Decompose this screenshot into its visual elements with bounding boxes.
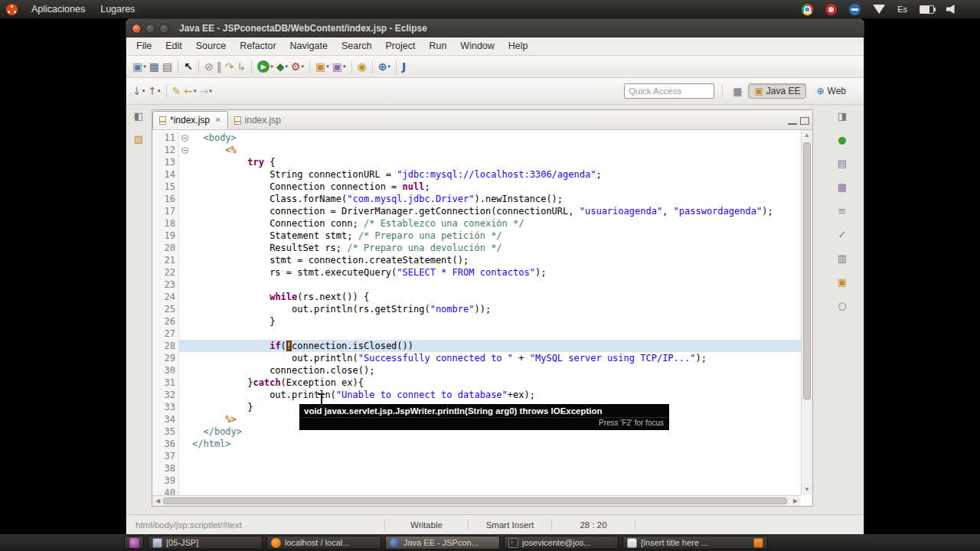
menu-window[interactable]: Window	[453, 37, 501, 55]
close-window-button[interactable]	[132, 24, 142, 34]
menu-project[interactable]: Project	[379, 37, 423, 55]
code-line-23[interactable]: 23	[152, 279, 801, 291]
title-bar[interactable]: Java EE - JSPconectaDB/WebContent/index.…	[126, 19, 864, 37]
debug-button[interactable]: ◆▾	[275, 58, 289, 75]
screen-record-indicator[interactable]	[825, 4, 837, 15]
vertical-scrollbar-thumb[interactable]	[803, 142, 811, 399]
scroll-up-icon[interactable]: ▲	[802, 130, 812, 141]
tab-index-jsp[interactable]: index.jsp	[228, 111, 287, 129]
code-line-29[interactable]: 29 out.println("Successfully connected t…	[152, 352, 801, 364]
console-view-button[interactable]: ▣	[836, 274, 848, 291]
scroll-down-icon[interactable]: ▼	[802, 484, 812, 495]
code-line-16[interactable]: 16 Class.forName("com.mysql.jdbc.Driver"…	[152, 193, 801, 205]
step-return-button[interactable]: ↳	[235, 58, 247, 75]
taskbar-window-terminal[interactable]: josevicente@jos...	[504, 536, 619, 549]
minimize-window-button[interactable]	[145, 24, 155, 34]
code-line-19[interactable]: 19 Statement stmt; /* Preparo una petici…	[152, 230, 801, 242]
taskbar-window-editor[interactable]: [Insert title here ...	[622, 536, 768, 549]
panel-menu-aplicaciones[interactable]: Aplicaciones	[24, 0, 93, 18]
menu-search[interactable]: Search	[335, 37, 379, 55]
app-indicator[interactable]	[849, 4, 861, 15]
menu-file[interactable]: File	[129, 37, 158, 55]
code-line-39[interactable]: 39	[152, 474, 801, 487]
restore-left-panel-button[interactable]: ◧	[132, 108, 145, 125]
code-line-20[interactable]: 20 ResultSet rs; /* Preparo una devoluci…	[152, 242, 801, 254]
code-line-26[interactable]: 26 }	[152, 315, 801, 328]
scroll-left-icon[interactable]: ◀	[152, 496, 163, 507]
taskbar-window-eclipse[interactable]: Java EE - JSPcon...	[385, 536, 500, 549]
properties-view-button[interactable]: ▥	[836, 250, 848, 267]
code-line-27[interactable]: 27	[152, 328, 801, 340]
horizontal-scrollbar[interactable]: ◀ ▶	[152, 495, 801, 506]
menu-help[interactable]: Help	[501, 37, 535, 55]
code-line-24[interactable]: 24 while(rs.next()) {	[152, 291, 801, 303]
datasource-view-button[interactable]: ▤	[836, 155, 848, 172]
code-line-25[interactable]: 25 out.println(rs.getString("nombre"));	[152, 303, 801, 315]
perspective-java-ee[interactable]: ▣Java EE	[748, 83, 806, 99]
previous-annotation-button[interactable]: ↑▾	[146, 83, 162, 99]
close-tab-icon[interactable]: ✕	[215, 116, 221, 124]
code-line-14[interactable]: 14 String connectionURL = "jdbc:mysql://…	[152, 168, 801, 181]
network-indicator[interactable]	[873, 5, 885, 14]
select-tool-button[interactable]: ↖	[182, 58, 194, 75]
maximize-editor-icon[interactable]	[800, 117, 809, 125]
panel-menu-lugares[interactable]: Lugares	[93, 0, 142, 18]
java-ee-wizard-button[interactable]: J	[400, 58, 407, 75]
menu-refactor[interactable]: Refactor	[233, 37, 283, 55]
code-line-37[interactable]: 37	[152, 450, 801, 462]
menu-run[interactable]: Run	[422, 37, 453, 55]
tasks-view-button[interactable]: ✓	[837, 227, 848, 243]
fold-collapse-icon[interactable]: −	[179, 144, 191, 156]
web-browser-button[interactable]: ⊕▾	[377, 58, 392, 75]
code-line-28[interactable]: 28 if(!connection.isClosed())	[152, 340, 801, 352]
minimize-editor-icon[interactable]	[788, 117, 797, 125]
run-button[interactable]: ▶▾	[256, 58, 275, 75]
next-annotation-button[interactable]: ↓▾	[131, 83, 146, 99]
step-over-button[interactable]: ↷	[224, 58, 236, 75]
forward-button[interactable]: →▾	[198, 83, 213, 99]
code-area[interactable]: 11− <body>12− <%13 try {14 String connec…	[152, 130, 801, 495]
suspend-button[interactable]: ‖	[215, 58, 224, 75]
new-ejb-wizard-button[interactable]: ▣▾	[331, 58, 348, 75]
code-line-17[interactable]: 17 connection = DriverManager.getConnect…	[152, 205, 801, 217]
external-tools-button[interactable]: ⚙▾	[289, 58, 305, 75]
print-button[interactable]: ▤	[161, 58, 174, 75]
taskbar-window-browser[interactable]: localhost / local...	[266, 536, 381, 549]
fold-collapse-icon[interactable]: −	[179, 132, 191, 144]
vertical-scrollbar[interactable]: ▲ ▼	[801, 130, 812, 495]
code-line-21[interactable]: 21 stmt = connection.createStatement();	[152, 254, 801, 266]
snippets-view-button[interactable]: ▦	[836, 179, 848, 196]
restore-right-panel-button[interactable]: ◨	[836, 108, 848, 125]
taskbar-launcher[interactable]	[124, 536, 144, 549]
menu-source[interactable]: Source	[189, 37, 234, 55]
scroll-right-icon[interactable]: ▶	[790, 496, 801, 507]
servers-view-button[interactable]: ●	[836, 132, 848, 148]
volume-indicator[interactable]	[946, 5, 957, 14]
code-line-15[interactable]: 15 Connection connection = null;	[152, 181, 801, 193]
taskbar-window-files[interactable]: [05-JSP]	[148, 536, 263, 549]
search-button[interactable]: ◉	[356, 58, 368, 75]
code-line-31[interactable]: 31 }catch(Exception ex){	[152, 377, 801, 389]
code-line-12[interactable]: 12− <%	[152, 144, 801, 156]
save-button[interactable]: ▦	[148, 58, 161, 75]
last-edit-location-button[interactable]: ✎	[171, 83, 183, 99]
perspective-web[interactable]: ⊕Web	[811, 84, 851, 98]
ubuntu-logo-icon[interactable]	[6, 4, 18, 15]
back-button[interactable]: ←▾	[182, 83, 198, 99]
keyboard-layout-indicator[interactable]: Es	[897, 5, 907, 14]
code-line-11[interactable]: 11− <body>	[152, 132, 801, 144]
battery-indicator[interactable]	[920, 5, 934, 14]
new-wizard-button[interactable]: ▣▾	[131, 58, 148, 75]
chrome-indicator[interactable]	[802, 4, 813, 15]
code-line-18[interactable]: 18 Connection conn; /* Establezco una co…	[152, 217, 801, 230]
code-line-36[interactable]: 36</html>	[152, 438, 801, 450]
code-line-40[interactable]: 40	[152, 487, 801, 495]
code-line-13[interactable]: 13 try {	[152, 156, 801, 168]
menu-edit[interactable]: Edit	[158, 37, 189, 55]
code-line-32[interactable]: 32 out.println("Unable to connect to dat…	[152, 389, 801, 401]
code-line-22[interactable]: 22 rs = stmt.executeQuery("SELECT * FROM…	[152, 266, 801, 279]
code-line-38[interactable]: 38	[152, 462, 801, 474]
outline-view-button[interactable]: ≡	[837, 203, 848, 220]
open-project-explorer-button[interactable]: ▨	[132, 131, 145, 148]
menu-navigate[interactable]: Navigate	[283, 37, 335, 55]
